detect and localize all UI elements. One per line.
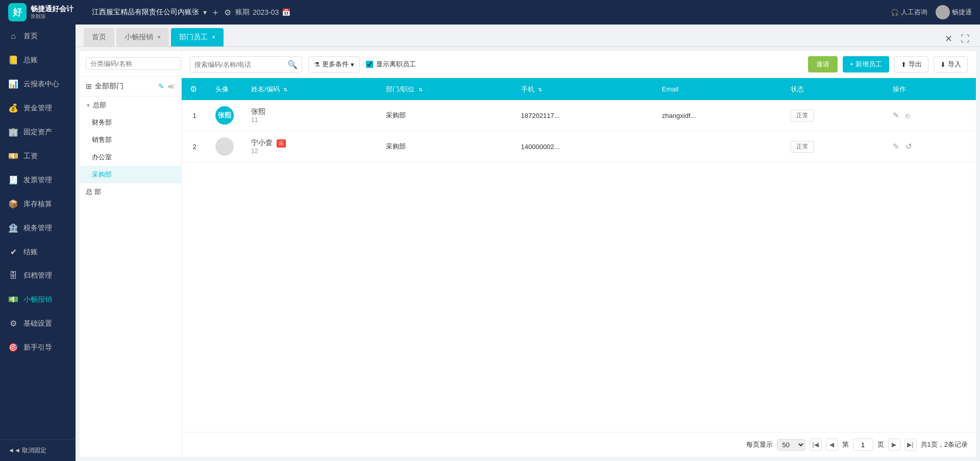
- sidebar-label-archive: 归档管理: [23, 271, 52, 280]
- sidebar-label-payroll: 工资: [23, 152, 38, 161]
- sidebar-item-settings[interactable]: ⚙ 基础设置: [0, 311, 76, 335]
- export-button[interactable]: ⬆ 导出: [894, 56, 928, 72]
- dept-node-headquarters[interactable]: ▼ 总部: [80, 96, 181, 114]
- import-button[interactable]: ⬇ 导入: [934, 56, 968, 72]
- dept-node-finance[interactable]: 财务部: [80, 114, 181, 131]
- sidebar-item-tax[interactable]: 🏦 税务管理: [0, 216, 76, 240]
- tab-expand-icon[interactable]: ⛶: [959, 32, 972, 46]
- ledger-icon: 📒: [8, 55, 18, 65]
- user-menu[interactable]: 畅捷通: [936, 5, 972, 19]
- calendar-icon[interactable]: 📅: [282, 8, 290, 16]
- export-label: 导出: [909, 60, 922, 69]
- dept-node-sales[interactable]: 销售部: [80, 131, 181, 149]
- support-button[interactable]: 🎧 人工咨询: [891, 8, 927, 17]
- dept-node-label: 销售部: [92, 135, 112, 144]
- th-phone[interactable]: 手机 ⇅: [513, 78, 654, 100]
- dept-node-office[interactable]: 办公室: [80, 149, 181, 166]
- table-row: 2 宁小壹 应: [182, 131, 976, 162]
- th-email: Email: [654, 78, 782, 100]
- tab-dept[interactable]: 部门员工 ×: [171, 28, 224, 46]
- refresh-icon-2[interactable]: ↺: [905, 142, 912, 151]
- avatar-1: 张熙: [215, 106, 234, 125]
- sidebar-item-invoice[interactable]: 🧾 发票管理: [0, 168, 76, 192]
- sidebar-item-guide[interactable]: 🎯 新手引导: [0, 335, 76, 359]
- sidebar-label-settings: 基础设置: [23, 319, 52, 328]
- email-cell-1: zhangxidf...: [654, 100, 782, 131]
- main-layout: ⌂ 首页 📒 总账 📊 云报表中心 💰 资金管理 🏢 固定资产 💴 工资 🧾 发…: [0, 25, 980, 461]
- add-employee-button[interactable]: + 新增员工: [843, 56, 889, 72]
- emp-search-input[interactable]: [194, 61, 287, 68]
- edit-icon-1[interactable]: ✎: [893, 111, 899, 120]
- sidebar-item-archive[interactable]: 🗄 归档管理: [0, 264, 76, 287]
- filter-button[interactable]: ⚗ 更多条件 ▾: [308, 56, 360, 72]
- close-period-icon: ✔: [8, 247, 18, 257]
- prev-page-btn[interactable]: ◀: [826, 439, 838, 451]
- emp-search-icon[interactable]: 🔍: [287, 60, 298, 69]
- unpin-button[interactable]: ◄◄ 取消固定: [0, 440, 76, 461]
- dept-search-input[interactable]: [86, 57, 181, 70]
- table-settings-icon[interactable]: ⚙: [190, 85, 197, 93]
- page-size-select[interactable]: 50 10 20 100: [777, 439, 805, 451]
- sidebar-item-home[interactable]: ⌂ 首页: [0, 25, 76, 48]
- status-cell-1: 正常: [782, 100, 885, 131]
- sidebar-item-inventory[interactable]: 📦 库存核算: [0, 192, 76, 216]
- sidebar-item-report[interactable]: 📊 云报表中心: [0, 72, 76, 96]
- dept-node-label: 财务部: [92, 118, 112, 127]
- th-name[interactable]: 姓名/编码 ⇅: [243, 78, 378, 100]
- content-area: 首页 小畅报销 × 部门员工 × ✕ ⛶ 🔍: [76, 25, 980, 461]
- dropdown-icon[interactable]: ▾: [203, 8, 207, 16]
- tab-expense-close[interactable]: ×: [157, 34, 161, 41]
- dept-node-purchase[interactable]: 采购部: [80, 166, 181, 183]
- collapse-tree-icon[interactable]: ≪: [167, 82, 175, 90]
- sidebar-item-close[interactable]: ✔ 结账: [0, 240, 76, 264]
- header-company[interactable]: 江西服宝精品有限责任公司内账张 ▾ ＋ ⚙ 账期 2023-03 📅: [92, 6, 891, 18]
- emp-name-1: 张熙: [251, 107, 370, 116]
- phone-cell-2: 140000002...: [513, 131, 654, 162]
- th-avatar: 头像: [207, 78, 243, 100]
- add-company-icon[interactable]: ＋: [211, 6, 220, 18]
- th-dept[interactable]: 部门/职位 ⇅: [378, 78, 512, 100]
- show-resigned-checkbox[interactable]: [366, 61, 373, 68]
- next-page-btn[interactable]: ▶: [888, 439, 900, 451]
- filter-chevron-icon: ▾: [351, 61, 354, 68]
- header-settings-icon[interactable]: ⚙: [224, 8, 231, 17]
- settings-icon: ⚙: [8, 319, 18, 328]
- dept-node-general[interactable]: 总 部: [80, 183, 181, 201]
- page-content: 🔍 ⊞ 全部部门 ✎ ≪ ▼ 总部 财务部 销售部: [80, 51, 976, 457]
- page-input[interactable]: [853, 439, 873, 451]
- edit-icon-2[interactable]: ✎: [893, 142, 899, 151]
- first-page-btn[interactable]: |◀: [810, 439, 822, 451]
- sidebar-item-payroll[interactable]: 💴 工资: [0, 144, 76, 168]
- tab-close-window-icon[interactable]: ✕: [943, 31, 954, 46]
- avatar-2: [215, 137, 234, 156]
- sidebar-item-expense[interactable]: 💵 小畅报销: [0, 287, 76, 311]
- action-cell-1: ✎ ⎋: [885, 100, 976, 131]
- tab-home[interactable]: 首页: [84, 28, 114, 46]
- name-cell-1: 张熙 11: [243, 100, 378, 131]
- sidebar-label-report: 云报表中心: [23, 80, 59, 89]
- dept-search-area: 🔍: [80, 51, 181, 77]
- dept-cell-1: 采购部: [378, 100, 512, 131]
- logo-area: 好 畅捷通好会计 旗舰版: [8, 3, 84, 21]
- home-icon: ⌂: [8, 32, 18, 41]
- edit-dept-icon[interactable]: ✎: [158, 82, 164, 90]
- emp-code-1: 11: [251, 116, 370, 124]
- sidebar-label-inventory: 库存核算: [23, 200, 52, 209]
- invite-button[interactable]: 邀请: [808, 56, 838, 72]
- th-settings[interactable]: ⚙: [182, 78, 207, 100]
- report-icon: 📊: [8, 79, 18, 89]
- last-page-btn[interactable]: ▶|: [904, 439, 917, 451]
- pagination: 每页显示 50 10 20 100 |◀ ◀ 第 页 ▶ ▶| 共1页，2条记录: [182, 432, 976, 457]
- tab-dept-close[interactable]: ×: [212, 34, 215, 41]
- logout-icon-1[interactable]: ⎋: [905, 111, 910, 120]
- sidebar-item-ledger[interactable]: 📒 总账: [0, 48, 76, 72]
- emp-search-wrap: 🔍: [190, 56, 302, 72]
- avatar-cell-2: [207, 131, 243, 162]
- sidebar-item-capital[interactable]: 💰 资金管理: [0, 96, 76, 120]
- sidebar-item-fixed[interactable]: 🏢 固定资产: [0, 120, 76, 144]
- page-size-label: 每页显示: [746, 440, 773, 449]
- tab-expense[interactable]: 小畅报销 ×: [116, 28, 169, 46]
- payroll-icon: 💴: [8, 151, 18, 161]
- expand-icon: ▼: [86, 103, 91, 108]
- show-resigned-label: 显示离职员工: [376, 60, 416, 69]
